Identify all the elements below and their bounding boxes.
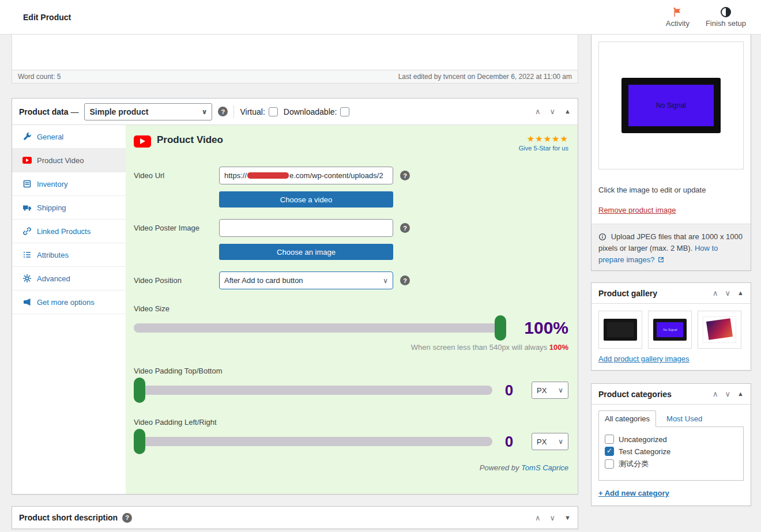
padding-lr-slider[interactable] bbox=[134, 429, 492, 454]
info-icon bbox=[598, 233, 606, 241]
product-data-body: General Product Video Inventory bbox=[12, 125, 578, 494]
tab-general[interactable]: General bbox=[12, 125, 126, 149]
chevron-down-icon: ∨ bbox=[383, 277, 388, 285]
move-down-icon[interactable]: ∨ bbox=[550, 514, 556, 522]
category-checkbox[interactable] bbox=[605, 459, 614, 469]
video-url-input[interactable]: https:// e.com/wp-content/uploads/2 bbox=[219, 167, 393, 184]
help-icon[interactable]: ? bbox=[400, 276, 410, 285]
collapse-icon[interactable]: ▲ bbox=[737, 290, 744, 296]
tab-most-used[interactable]: Most Used bbox=[664, 411, 705, 427]
gallery-thumbnail[interactable] bbox=[598, 311, 642, 349]
gear-icon bbox=[22, 274, 32, 283]
page-title: Edit Product bbox=[23, 13, 71, 22]
help-icon[interactable]: ? bbox=[400, 171, 410, 180]
padding-lr-label: Video Padding Left/Right bbox=[134, 418, 568, 427]
add-new-category-link[interactable]: + Add new category bbox=[598, 489, 669, 497]
product-categories-body: All categories Most Used Uncategorized T… bbox=[592, 405, 751, 505]
collapse-icon[interactable]: ▲ bbox=[737, 391, 744, 397]
category-checkbox[interactable] bbox=[605, 447, 614, 456]
topbar: Edit Product Activity Finish setup bbox=[0, 0, 761, 35]
help-icon[interactable]: ? bbox=[218, 107, 228, 116]
inventory-icon bbox=[22, 179, 32, 188]
help-icon[interactable]: ? bbox=[400, 223, 410, 233]
poster-image-row: Video Poster Image ? bbox=[134, 219, 568, 237]
no-signal-thumbnail: No Signal bbox=[657, 322, 683, 337]
tab-attributes[interactable]: Attributes bbox=[12, 243, 126, 267]
remove-product-image-link[interactable]: Remove product image bbox=[598, 206, 676, 214]
phone-thumbnail bbox=[703, 316, 736, 343]
video-url-label: Video Url bbox=[134, 171, 219, 180]
slider-track[interactable] bbox=[134, 386, 492, 395]
slider-handle[interactable] bbox=[134, 429, 145, 454]
move-up-icon[interactable]: ∧ bbox=[535, 108, 541, 115]
video-position-select[interactable]: After Add to card button ∨ bbox=[219, 271, 393, 289]
tab-shipping[interactable]: Shipping bbox=[12, 196, 126, 220]
padding-tb-unit-select[interactable]: PX ∨ bbox=[532, 382, 568, 399]
padding-lr-unit-select[interactable]: PX ∨ bbox=[532, 433, 568, 450]
collapse-icon[interactable]: ▼ bbox=[564, 515, 571, 521]
choose-video-button[interactable]: Choose a video bbox=[219, 191, 393, 207]
product-image[interactable]: No Signal bbox=[598, 41, 744, 169]
virtual-label: Virtual: bbox=[240, 107, 277, 116]
virtual-checkbox[interactable] bbox=[269, 107, 278, 116]
category-item[interactable]: Uncategorized bbox=[605, 435, 737, 444]
video-size-label: Video Size bbox=[134, 304, 568, 313]
video-position-label: Video Position bbox=[134, 276, 219, 285]
editor-area[interactable]: Word count: 5 Last edited by tvncent on … bbox=[12, 35, 578, 84]
finish-setup-button[interactable]: Finish setup bbox=[706, 7, 746, 28]
tab-get-more-options[interactable]: Get more options bbox=[12, 290, 126, 314]
wrench-icon bbox=[22, 132, 32, 141]
gallery-thumbnails: No Signal bbox=[598, 311, 744, 349]
size-note: When screen less than 540px will always … bbox=[134, 343, 568, 352]
choose-image-button[interactable]: Choose an image bbox=[219, 244, 393, 260]
padding-tb-slider[interactable] bbox=[134, 378, 492, 403]
move-up-icon[interactable]: ∧ bbox=[713, 390, 718, 398]
slider-handle[interactable] bbox=[495, 315, 506, 341]
tab-inventory[interactable]: Inventory bbox=[12, 172, 126, 196]
padding-lr-slider-row: 0 PX ∨ bbox=[134, 429, 568, 454]
product-data-title: Product data — bbox=[19, 107, 78, 116]
video-size-slider[interactable] bbox=[134, 315, 506, 341]
tab-advanced[interactable]: Advanced bbox=[12, 267, 126, 290]
tab-product-video[interactable]: Product Video bbox=[12, 149, 126, 172]
category-list[interactable]: Uncategorized Test Categorize 测试分类 bbox=[598, 427, 744, 481]
move-up-icon[interactable]: ∧ bbox=[535, 514, 541, 522]
category-item[interactable]: Test Categorize bbox=[605, 447, 737, 456]
category-checkbox[interactable] bbox=[605, 435, 614, 444]
activity-button[interactable]: Activity bbox=[666, 7, 690, 28]
product-data-title-text: Product data bbox=[19, 107, 69, 116]
product-gallery-title: Product gallery bbox=[598, 289, 657, 298]
slider-handle[interactable] bbox=[134, 378, 145, 403]
give-five-star-link[interactable]: Give 5-Star for us bbox=[519, 145, 568, 152]
toms-caprice-link[interactable]: TomS Caprice bbox=[521, 463, 568, 472]
help-icon[interactable]: ? bbox=[122, 513, 132, 523]
video-size-value: 100% bbox=[506, 318, 568, 338]
gallery-thumbnail[interactable]: No Signal bbox=[648, 311, 692, 349]
move-down-icon[interactable]: ∨ bbox=[725, 390, 731, 398]
product-type-select[interactable]: Simple product ∨ bbox=[84, 103, 212, 120]
downloadable-checkbox[interactable] bbox=[340, 107, 349, 116]
move-down-icon[interactable]: ∨ bbox=[725, 289, 731, 297]
padding-tb-label: Video Padding Top/Bottom bbox=[134, 367, 568, 375]
chevron-down-icon: ∨ bbox=[558, 386, 563, 394]
category-item[interactable]: 测试分类 bbox=[605, 459, 737, 469]
slider-track[interactable] bbox=[134, 437, 492, 446]
product-categories-panel: Product categories ∧ ∨ ▲ All categories … bbox=[591, 383, 751, 506]
image-click-hint: Click the image to edit or update bbox=[598, 186, 744, 194]
link-icon bbox=[22, 227, 32, 236]
product-gallery-panel: Product gallery ∧ ∨ ▲ No Signal bbox=[591, 282, 751, 371]
tab-linked-products[interactable]: Linked Products bbox=[12, 220, 126, 243]
move-up-icon[interactable]: ∧ bbox=[713, 289, 718, 297]
poster-image-input[interactable] bbox=[219, 219, 393, 237]
video-size-slider-row: 100% bbox=[134, 315, 568, 341]
tab-all-categories[interactable]: All categories bbox=[598, 410, 656, 427]
powered-by: Powered by TomS Caprice bbox=[134, 463, 568, 472]
move-down-icon[interactable]: ∨ bbox=[550, 108, 556, 115]
add-gallery-images-link[interactable]: Add product gallery images bbox=[598, 354, 690, 363]
divider bbox=[233, 105, 234, 118]
video-url-row: Video Url https:// e.com/wp-content/uplo… bbox=[134, 167, 568, 184]
finish-setup-label: Finish setup bbox=[706, 19, 746, 28]
gallery-thumbnail[interactable] bbox=[698, 311, 741, 349]
slider-track[interactable] bbox=[134, 323, 506, 333]
collapse-icon[interactable]: ▲ bbox=[564, 108, 571, 115]
